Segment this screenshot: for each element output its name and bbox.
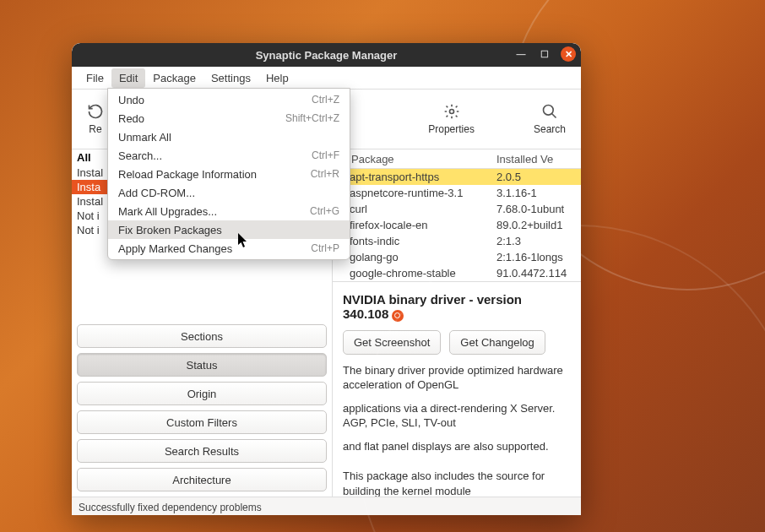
package-name: fonts-indic [350,235,496,247]
package-row[interactable]: golang-go2:1.16-1longs [333,249,581,265]
package-version: 3.1.16-1 [496,187,581,199]
toolbar-properties[interactable]: Properties [428,103,475,135]
window-title: Synaptic Package Manager [256,49,398,62]
description-text: applications via a direct-rendering X Se… [343,401,571,431]
package-version: 2:1.3 [496,235,581,247]
menu-item-label: Add CD-ROM... [118,187,195,199]
toolbar-properties-label: Properties [428,123,475,135]
menu-settings[interactable]: Settings [203,68,258,88]
col-package[interactable]: Package [351,153,496,166]
package-name: aspnetcore-runtime-3.1 [350,187,496,199]
get-changelog-button[interactable]: Get Changelog [449,330,545,355]
menu-item-apply-marked-changes[interactable]: Apply Marked ChangesCtrl+P [108,239,350,258]
search-icon [541,103,558,120]
svg-point-1 [543,106,553,116]
filter-search-results[interactable]: Search Results [77,439,327,463]
package-row[interactable]: aspnetcore-runtime-3.13.1.16-1 [333,185,581,201]
filter-origin[interactable]: Origin [77,382,327,405]
menu-item-label: Search... [118,149,162,162]
package-description: NVIDIA binary driver - version 340.108 G… [333,282,581,497]
package-name: google-chrome-stable [350,267,496,280]
description-text: and flat panel displays are also support… [343,439,571,454]
gear-icon [443,103,460,120]
filter-architecture[interactable]: Architecture [77,468,327,491]
toolbar-reload[interactable]: Re [87,103,104,135]
package-name: firefox-locale-en [350,219,496,231]
package-name: golang-go [350,251,496,263]
edit-menu-dropdown[interactable]: UndoCtrl+ZRedoShift+Ctrl+ZUnmark AllSear… [107,88,350,260]
menu-item-undo[interactable]: UndoCtrl+Z [108,90,350,109]
package-version: 7.68.0-1ubunt [496,203,581,215]
menu-item-fix-broken-packages[interactable]: Fix Broken Packages [108,220,350,239]
package-name: curl [350,203,496,215]
menu-edit[interactable]: Edit [111,68,145,88]
package-table-header[interactable]: Package Installed Ve [333,149,581,169]
menu-item-shortcut: Ctrl+Z [312,94,339,106]
menu-item-mark-all-upgrades[interactable]: Mark All Upgrades...Ctrl+G [108,202,350,220]
toolbar-search[interactable]: Search [534,103,566,135]
menu-item-label: Reload Package Information [118,168,257,181]
svg-line-2 [551,114,556,118]
package-version: 89.0.2+build1 [496,219,581,231]
filter-sections[interactable]: Sections [77,324,327,348]
filter-status[interactable]: Status [77,353,327,377]
package-row[interactable]: google-chrome-stable91.0.4472.114 [333,265,581,281]
statusbar: Successfully fixed dependency problems [72,497,581,515]
col-installed-version[interactable]: Installed Ve [496,153,581,166]
svg-point-0 [449,110,453,114]
description-text: The binary driver provide optimized hard… [343,363,571,393]
menu-item-shortcut: Shift+Ctrl+Z [285,112,339,124]
description-title: NVIDIA binary driver - version 340.108 [343,292,522,321]
close-button[interactable]: ✕ [561,46,576,62]
reload-icon [87,103,104,120]
package-row[interactable]: apt-transport-https2.0.5 [333,169,581,185]
package-row[interactable]: fonts-indic2:1.3 [333,233,581,249]
filter-buttons: SectionsStatusOriginCustom FiltersSearch… [72,319,332,497]
filter-custom-filters[interactable]: Custom Filters [77,410,327,434]
menu-item-label: Unmark All [118,131,171,144]
menu-item-redo[interactable]: RedoShift+Ctrl+Z [108,109,350,128]
maximize-button[interactable]: ☐ [537,46,552,62]
menu-item-shortcut: Ctrl+R [311,168,339,180]
menu-item-label: Fix Broken Packages [118,224,222,236]
menu-item-shortcut: Ctrl+F [312,149,339,161]
menu-item-reload-package-information[interactable]: Reload Package InformationCtrl+R [108,165,350,183]
menu-item-label: Mark All Upgrades... [118,205,217,218]
menu-file[interactable]: File [79,68,111,88]
package-name: apt-transport-https [350,171,496,183]
minimize-button[interactable]: — [513,46,529,62]
right-pane: Package Installed Ve apt-transport-https… [333,149,581,497]
package-version: 2:1.16-1longs [496,251,581,263]
menu-item-search[interactable]: Search...Ctrl+F [108,146,350,165]
package-row[interactable]: curl7.68.0-1ubunt [333,201,581,217]
description-buttons: Get Screenshot Get Changelog [343,330,571,355]
menu-item-add-cd-rom[interactable]: Add CD-ROM... [108,183,350,202]
menu-package[interactable]: Package [145,68,203,88]
package-mark [334,268,346,280]
toolbar-reload-label: Re [89,123,101,135]
menu-item-label: Undo [118,94,144,106]
menu-item-shortcut: Ctrl+G [310,205,339,217]
get-screenshot-button[interactable]: Get Screenshot [343,330,441,355]
window-controls: — ☐ ✕ [513,46,576,62]
menubar: FileEditPackageSettingsHelp [72,67,581,90]
menu-item-label: Apply Marked Changes [118,242,232,255]
package-row[interactable]: firefox-locale-en89.0.2+build1 [333,217,581,233]
menu-item-shortcut: Ctrl+P [311,242,339,254]
package-version: 2.0.5 [496,171,581,183]
menu-item-unmark-all[interactable]: Unmark All [108,128,350,146]
menu-item-label: Redo [118,112,144,125]
description-text: This package also includes the source fo… [343,469,571,497]
ubuntu-icon [392,310,404,322]
package-list[interactable]: apt-transport-https2.0.5aspnetcore-runti… [333,169,581,282]
toolbar-search-label: Search [534,123,566,135]
package-version: 91.0.4472.114 [496,267,581,280]
status-text: Successfully fixed dependency problems [79,502,262,513]
menu-help[interactable]: Help [258,68,296,88]
titlebar[interactable]: Synaptic Package Manager — ☐ ✕ [72,43,581,67]
